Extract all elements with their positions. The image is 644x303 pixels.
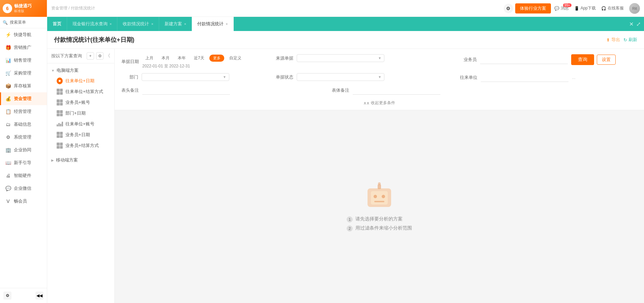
sidebar-footer: ⚙ ◀◀ — [0, 288, 47, 303]
date-opt-custom[interactable]: 自定义 — [226, 54, 244, 62]
wechat-icon: 💬 — [5, 185, 11, 191]
tabbar-controls: ✕ ⤢ — [626, 17, 644, 31]
scheme-item-partner-account[interactable]: 往来单位+账号 — [47, 119, 114, 129]
search-icon: 🔍 — [3, 20, 8, 25]
doc-status-select[interactable]: ▼ — [297, 73, 384, 81]
sidebar-item-member[interactable]: V 畅会员 — [0, 195, 47, 208]
tab-payment-stat[interactable]: 付款情况统计 × — [192, 17, 233, 31]
sidebar-item-hardware[interactable]: 🖨 智能硬件 — [0, 169, 47, 182]
scheme-item-staff-date[interactable]: 业务员+日期 — [47, 129, 114, 140]
refresh-icon: ↻ — [623, 37, 627, 42]
scheme-item-label: 业务员+账号 — [65, 99, 90, 105]
footer-settings-icon[interactable]: ⚙ — [3, 292, 11, 300]
header-note-input[interactable] — [142, 86, 230, 95]
partner-label: 往来单位 — [460, 74, 477, 81]
topbar-settings-icon[interactable]: ⚙ — [504, 4, 513, 13]
export-icon: ⬆ — [606, 37, 610, 42]
tab-maximize-icon[interactable]: ⤢ — [636, 21, 641, 27]
settings-btn[interactable]: 设置 — [597, 55, 616, 65]
system-icon: ⚙ — [5, 134, 11, 140]
sidebar-item-operation[interactable]: 📋 经营管理 — [0, 105, 47, 118]
tab-payment-stat-close[interactable]: × — [226, 22, 228, 26]
scheme-collapse-btn[interactable]: 《 — [106, 53, 110, 59]
sidebar-search[interactable]: 🔍 搜索菜单 — [0, 17, 47, 28]
msg-btn[interactable]: 💬 消息 99+ — [554, 5, 569, 11]
sidebar: 6 畅捷通巧 标准版 🔍 搜索菜单 ⚡ 快捷导航 🎁 营销推广 📊 销售管理 🛒… — [0, 0, 47, 303]
scheme-group-desktop-header[interactable]: ▼ 电脑端方案 — [47, 65, 114, 75]
tab-new-scheme-label: 新建方案 — [165, 21, 182, 27]
sidebar-item-purchase[interactable]: 🛒 采购管理 — [0, 67, 47, 80]
tab-bank-flow[interactable]: 现金银行流水查询 × — [67, 17, 117, 31]
sidebar-item-enterprise[interactable]: 🏢 企业协同 — [0, 144, 47, 156]
sidebar-item-finance[interactable]: 💰 资金管理 — [0, 92, 47, 105]
date-opt-more[interactable]: 更多 — [209, 55, 224, 62]
collapse-more-btn[interactable]: ∧∧ 收起更多条件 — [121, 97, 637, 109]
brand-sub: 标准版 — [14, 9, 32, 13]
scheme-add-btn[interactable]: + — [87, 52, 94, 60]
sidebar-item-wechat[interactable]: 💬 企业微信 — [0, 182, 47, 195]
sidebar-item-label: 销售管理 — [14, 57, 31, 63]
date-opt-last-7[interactable]: 近7天 — [191, 54, 207, 62]
tab-home[interactable]: 首页 — [47, 17, 67, 31]
filter-row-1: 单据日期 上月 本月 本年 近7天 更多 自定义 — [121, 54, 637, 69]
user-avatar[interactable]: Rit — [629, 3, 640, 14]
scheme-item-dept-date[interactable]: 部门+日期 — [47, 108, 114, 119]
sidebar-item-system[interactable]: ⚙ 系统管理 — [0, 131, 47, 144]
scheme-item-staff-account[interactable]: 业务员+账号 — [47, 97, 114, 108]
scheme-item-partner-date[interactable]: 往来单位+日期 — [47, 75, 114, 86]
tab-new-scheme[interactable]: 新建方案 × — [159, 17, 192, 31]
scheme-item-chart-icon — [57, 121, 63, 127]
scheme-item-grid-icon-2 — [57, 99, 63, 105]
trial-btn[interactable]: 体验行业方案 — [515, 3, 551, 13]
brand-name: 畅捷通巧 — [14, 3, 32, 9]
sidebar-item-inventory[interactable]: 📦 库存核算 — [0, 80, 47, 92]
sidebar-item-guide[interactable]: 📖 新手引导 — [0, 156, 47, 169]
scheme-item-label: 往来单位+日期 — [65, 78, 94, 84]
inventory-icon: 📦 — [5, 83, 11, 89]
scheme-group-arrow: ▼ — [51, 69, 55, 72]
dept-select[interactable]: ▼ — [142, 73, 229, 81]
refresh-btn[interactable]: ↻ 刷新 — [623, 37, 637, 43]
finance-icon: 💰 — [5, 96, 11, 102]
empty-texts: 1 请先选择要分析的方案 2 用过滤条件来缩小分析范围 — [347, 216, 412, 232]
scheme-group-label: 电脑端方案 — [57, 67, 79, 73]
filter-date-options: 上月 本月 本年 近7天 更多 自定义 2022-01-01 至 2022-12… — [142, 54, 244, 69]
filter-field-doc-status: 单据状态 ▼ — [276, 73, 453, 81]
scheme-item-label: 业务员+日期 — [65, 132, 90, 138]
date-opt-this-month[interactable]: 本月 — [158, 54, 173, 62]
body-note-input[interactable] — [353, 86, 440, 95]
tab-receipt-stat[interactable]: 收款情况统计 × — [117, 17, 159, 31]
date-opt-this-year[interactable]: 本年 — [175, 54, 189, 62]
sidebar-item-label: 畅会员 — [14, 198, 27, 204]
filter-field-dept: 部门 ▼ — [121, 73, 269, 81]
tab-bank-flow-close[interactable]: × — [110, 22, 112, 26]
date-range-display[interactable]: 2022-01-01 至 2022-12-31 — [142, 63, 244, 69]
sidebar-item-marketing[interactable]: 🎁 营销推广 — [0, 41, 47, 54]
sidebar-item-basic[interactable]: 🗂 基础信息 — [0, 118, 47, 131]
empty-hint-2: 2 用过滤条件来缩小分析范围 — [347, 225, 412, 232]
export-btn[interactable]: ⬆ 导出 — [606, 37, 620, 43]
date-opt-last-month[interactable]: 上月 — [142, 54, 156, 62]
scheme-settings-btn[interactable]: ⚙ — [96, 52, 104, 60]
source-select[interactable]: ▼ — [297, 54, 384, 62]
tab-receipt-stat-close[interactable]: × — [151, 22, 153, 26]
scheme-group-mobile-header[interactable]: ▶ 移动端方案 — [47, 155, 114, 165]
sidebar-item-quick-nav[interactable]: ⚡ 快捷导航 — [0, 28, 47, 41]
partner-more-btn[interactable]: … — [572, 75, 576, 80]
partner-input[interactable] — [481, 73, 568, 82]
svg-point-4 — [382, 195, 385, 198]
sidebar-item-label: 基础信息 — [14, 121, 31, 127]
sidebar-item-sales[interactable]: 📊 销售管理 — [0, 54, 47, 67]
scheme-item-grid-icon-4 — [57, 132, 63, 138]
empty-icon — [359, 182, 400, 212]
tab-new-scheme-close[interactable]: × — [184, 22, 186, 26]
service-btn[interactable]: 🎧 在线客服 — [601, 5, 624, 11]
footer-collapse-icon[interactable]: ◀◀ — [35, 292, 43, 300]
filter-field-body-note: 表体备注 — [332, 86, 637, 95]
scheme-item-staff-settle[interactable]: 业务员+结算方式 — [47, 140, 114, 151]
app-download-btn[interactable]: 📱 App下载 — [574, 5, 596, 11]
tab-close-all-icon[interactable]: ✕ — [629, 21, 634, 27]
query-btn[interactable]: 查询 — [571, 54, 594, 65]
staff-input[interactable] — [480, 55, 568, 64]
scheme-item-partner-settle[interactable]: 往来单位+结算方式 — [47, 86, 114, 97]
